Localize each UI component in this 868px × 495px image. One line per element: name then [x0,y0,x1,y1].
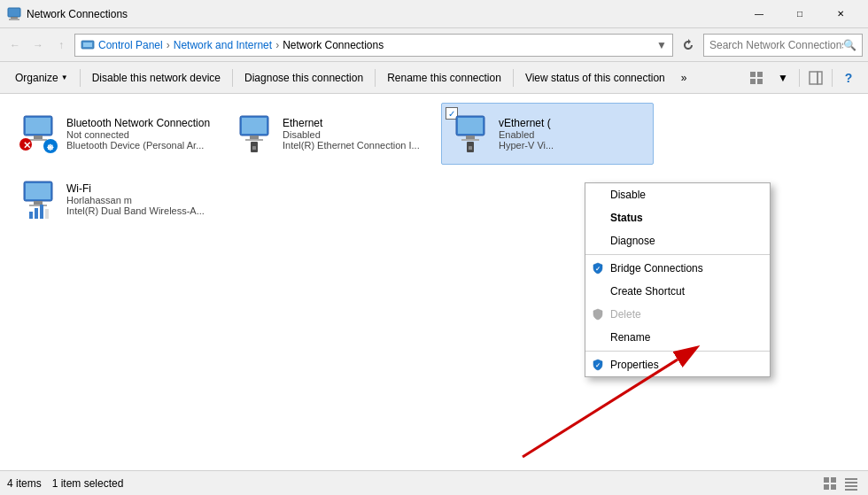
svg-rect-22 [245,139,263,141]
large-icons-btn[interactable] [820,474,840,493]
context-delete[interactable]: Delete [585,303,770,326]
ethernet-detail: Intel(R) Ethernet Connection I... [283,140,430,151]
context-diagnose[interactable]: Diagnose [585,229,770,252]
network-item-ethernet[interactable]: Ethernet Disabled Intel(R) Ethernet Conn… [225,103,438,165]
context-shortcut-label: Create Shortcut [610,285,685,298]
breadcrumb-sep2: › [275,39,279,51]
svg-rect-46 [831,484,836,490]
shield-bridge-icon: ✓ [591,261,605,275]
svg-rect-8 [757,79,763,84]
wifi-name: Wi-Fi [66,182,213,195]
toolbar-separator-1 [80,69,81,87]
context-bridge-label: Bridge Connections [610,262,703,275]
svg-text:✕: ✕ [23,140,31,151]
toolbar-separator-2 [232,69,233,87]
wifi-status: Horlahassan m [66,195,213,205]
svg-rect-43 [824,477,829,483]
disable-button[interactable]: Disable this network device [84,66,229,90]
details-view-btn[interactable] [841,474,861,493]
svg-rect-35 [29,212,33,219]
svg-rect-33 [34,201,43,205]
ethernet-name: Ethernet [283,117,430,129]
ethernet-icon [233,112,275,155]
context-disable-label: Disable [610,189,646,201]
context-menu: Disable Status Diagnose ✓ Bridge Connect… [585,182,771,377]
svg-rect-47 [845,478,857,480]
details-view-icon [844,476,858,491]
details-pane-button[interactable] [803,66,828,90]
svg-rect-37 [40,205,43,219]
svg-rect-2 [9,19,19,20]
context-bridge[interactable]: ✓ Bridge Connections [585,257,770,280]
search-input[interactable] [709,39,843,51]
breadcrumb-sep1: › [167,39,170,51]
bluetooth-info: Bluetooth Network Connection Not connect… [66,117,213,151]
titlebar: Network Connections — □ ✕ [0,0,868,28]
svg-rect-45 [824,484,829,490]
change-view-button[interactable] [744,66,769,90]
up-button[interactable]: ↑ [51,35,71,55]
context-diagnose-label: Diagnose [610,235,655,247]
breadcrumb-ni[interactable]: Network and Internet [174,39,272,51]
diagnose-label: Diagnose this connection [244,72,363,84]
svg-rect-26 [458,118,483,134]
vethernet-status: Enabled [499,129,646,140]
refresh-button[interactable] [677,34,700,57]
context-properties[interactable]: ✓ Properties [585,353,770,376]
context-separator-2 [585,351,770,352]
context-disable[interactable]: Disable [585,183,770,206]
breadcrumb[interactable]: Control Panel › Network and Internet › N… [74,34,673,57]
svg-rect-1 [11,17,18,19]
main-content: ⎈ ✕ Bluetooth Network Connection Not con… [0,94,868,470]
svg-text:⎈: ⎈ [47,141,54,153]
svg-rect-5 [750,72,756,77]
large-icons-icon [823,476,837,491]
context-status-label: Status [610,212,643,224]
svg-rect-4 [83,43,92,47]
more-options-button[interactable]: » [675,66,694,90]
rename-button[interactable]: Rename this connection [379,66,509,90]
minimize-button[interactable]: — [739,0,779,28]
svg-rect-12 [26,118,50,134]
svg-rect-27 [466,135,475,139]
svg-rect-9 [810,72,818,84]
context-separator-1 [585,254,770,255]
vethernet-icon [449,112,492,155]
breadcrumb-cp[interactable]: Control Panel [98,39,163,51]
svg-text:✓: ✓ [595,266,601,272]
ethernet-status: Disabled [283,129,430,140]
shield-properties-icon: ✓ [591,358,605,372]
network-item-wifi[interactable]: Wi-Fi Horlahassan m Intel(R) Dual Band W… [9,168,221,230]
svg-rect-36 [35,208,38,219]
statusbar: 4 items 1 item selected [0,470,868,495]
window-controls[interactable]: — □ ✕ [739,0,861,28]
svg-rect-20 [242,118,267,134]
network-item-vethernet[interactable]: ✓ vEthernet ( Enabled Hyper-V Vi... [441,103,654,165]
breadcrumb-dropdown-btn[interactable]: ▼ [656,39,667,51]
breadcrumb-icon [81,38,95,52]
close-button[interactable]: ✕ [820,0,861,28]
window-title: Network Connections [27,8,739,20]
svg-rect-34 [29,205,47,206]
view-status-label: View status of this connection [525,72,665,84]
forward-button[interactable]: → [28,35,48,55]
svg-rect-50 [845,489,857,491]
view-status-button[interactable]: View status of this connection [517,66,673,90]
context-rename[interactable]: Rename [585,326,770,349]
help-button[interactable]: ? [836,66,861,90]
search-icon: 🔍 [843,39,856,51]
back-button[interactable]: ← [5,35,25,55]
diagnose-button[interactable]: Diagnose this connection [236,66,371,90]
context-rename-label: Rename [610,331,650,344]
search-bar[interactable]: 🔍 [703,34,863,57]
view-icon [749,71,763,85]
network-item-bluetooth[interactable]: ⎈ ✕ Bluetooth Network Connection Not con… [9,103,221,165]
svg-rect-30 [469,146,472,150]
svg-rect-24 [252,146,256,150]
selected-count: 1 item selected [52,477,124,490]
context-shortcut[interactable]: Create Shortcut [585,280,770,303]
maximize-button[interactable]: □ [779,0,820,28]
view-dropdown-button[interactable]: ▼ [771,66,795,90]
organize-button[interactable]: Organize ▼ [7,66,76,90]
context-status[interactable]: Status [585,206,770,229]
